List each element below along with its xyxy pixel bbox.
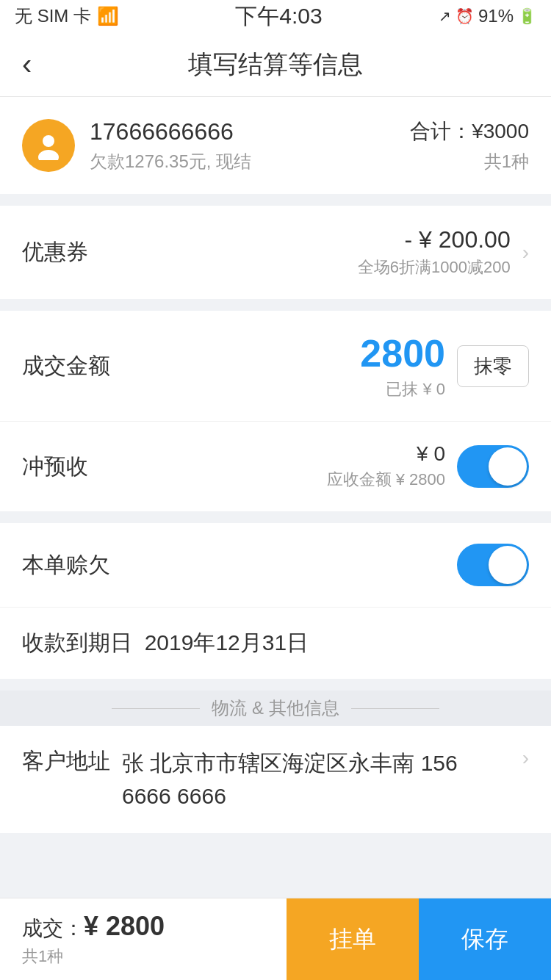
debt-section: 本单赊欠 收款到期日 2019年12月31日 [0,523,551,679]
customer-left: 17666666666 欠款1276.35元, 现结 [22,118,251,173]
debt-toggle[interactable] [457,544,529,586]
coupon-discount-amount: - ¥ 200.00 [358,226,511,253]
status-bar: 无 SIM 卡 📶 下午4:03 ↗ ⏰ 91% 🔋 [0,0,551,32]
prepayment-right: ¥ 0 应收金额 ¥ 2800 [327,442,529,491]
battery-text: 91% [478,6,514,26]
status-right: ↗ ⏰ 91% 🔋 [439,6,536,26]
transaction-rounded: 已抹 ¥ 0 [360,378,445,400]
round-zero-button[interactable]: 抹零 [457,345,529,387]
transaction-amount-right: 2800 已抹 ¥ 0 抹零 [360,331,529,400]
wifi-icon: 📶 [97,6,119,26]
prepayment-label: 冲预收 [22,452,88,482]
coupon-chevron-icon: › [522,241,529,264]
customer-count: 共1种 [410,150,529,173]
payment-date-label: 收款到期日 2019年12月31日 [22,628,309,658]
transaction-amount-row: 成交金额 2800 已抹 ¥ 0 抹零 [0,311,551,422]
coupon-discount-detail: 全场6折满1000减200 [358,256,511,278]
prepayment-toggle-knob [489,447,527,486]
location-icon: ↗ [439,7,451,25]
svg-point-0 [43,135,54,147]
svg-point-1 [38,150,59,160]
debt-toggle-knob [489,546,527,584]
page-title: 填写结算等信息 [188,48,363,82]
address-chevron-icon: › [522,746,529,770]
carrier-text: 无 SIM 卡 [15,4,91,28]
coupon-label: 优惠券 [22,237,88,267]
prepayment-toggle[interactable] [457,445,529,488]
debt-row: 本单赊欠 [0,523,551,608]
payment-date-row: 收款到期日 2019年12月31日 [0,608,551,679]
bottom-summary: 成交：¥ 2800 共1种 [0,911,287,968]
customer-total: 合计：¥3000 [410,118,529,145]
address-row[interactable]: 客户地址 张 北京市市辖区海淀区永丰南 156 6666 6666 › [0,726,551,833]
prepayment-amount: ¥ 0 [327,442,445,466]
nav-bar: ‹ 填写结算等信息 [0,32,551,97]
customer-note: 欠款1276.35元, 现结 [90,150,251,173]
content-area: 17666666666 欠款1276.35元, 现结 合计：¥3000 共1种 … [0,97,551,980]
coupon-right: - ¥ 200.00 全场6折满1000减200 › [358,226,529,278]
transaction-amount-label: 成交金额 [22,351,110,381]
alarm-icon: ⏰ [455,7,474,25]
avatar [22,119,75,172]
customer-card: 17666666666 欠款1276.35元, 现结 合计：¥3000 共1种 [0,97,551,194]
hold-button[interactable]: 挂单 [287,898,419,981]
transaction-section: 成交金额 2800 已抹 ¥ 0 抹零 冲预收 ¥ 0 应收金额 ¥ 2800 [0,311,551,511]
debt-label: 本单赊欠 [22,550,110,580]
payment-date-value: 2019年12月31日 [145,630,309,655]
prepayment-sub: 应收金额 ¥ 2800 [327,469,445,491]
prepayment-row: 冲预收 ¥ 0 应收金额 ¥ 2800 [0,422,551,511]
status-left: 无 SIM 卡 📶 [15,4,119,28]
customer-phone: 17666666666 [90,118,251,145]
debt-right [457,544,529,586]
bottom-count: 共1种 [22,945,264,968]
separator-text: 物流 & 其他信息 [112,696,439,720]
coupon-section: 优惠券 - ¥ 200.00 全场6折满1000减200 › [0,206,551,299]
section-separator: 物流 & 其他信息 [0,691,551,726]
bottom-bar: 成交：¥ 2800 共1种 挂单 保存 [0,898,551,980]
bottom-deal: 成交：¥ 2800 [22,911,264,943]
address-label: 客户地址 [22,746,110,777]
customer-info: 17666666666 欠款1276.35元, 现结 [90,118,251,173]
status-time: 下午4:03 [235,1,322,32]
customer-right: 合计：¥3000 共1种 [410,118,529,173]
address-value: 张 北京市市辖区海淀区永丰南 156 6666 6666 [122,746,511,813]
battery-icon: 🔋 [518,7,536,25]
back-button[interactable]: ‹ [22,48,32,81]
bottom-deal-amount: ¥ 2800 [84,911,165,941]
address-section: 客户地址 张 北京市市辖区海淀区永丰南 156 6666 6666 › [0,726,551,833]
save-button[interactable]: 保存 [419,898,551,981]
coupon-row[interactable]: 优惠券 - ¥ 200.00 全场6折满1000减200 › [0,206,551,299]
transaction-amount-value: 2800 [360,332,445,375]
